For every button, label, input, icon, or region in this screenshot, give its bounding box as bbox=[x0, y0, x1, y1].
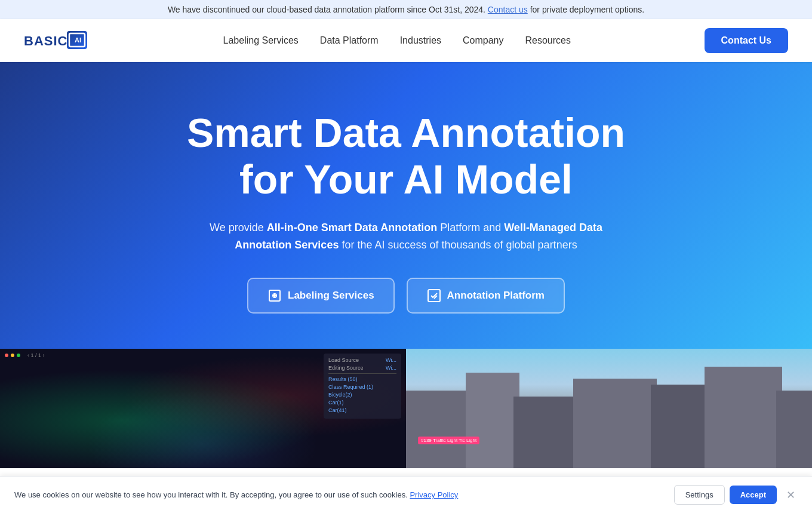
nav-item-platform[interactable]: Data Platform bbox=[320, 35, 379, 46]
toolbar-top: ‹ 1 / 1 › bbox=[5, 352, 45, 358]
dot-red bbox=[5, 354, 8, 357]
announcement-text: We have discontinued our cloud-based dat… bbox=[168, 5, 485, 14]
traffic-label: #139 Traffic Light Tic Light bbox=[418, 437, 479, 444]
logo-svg: BASIC AI bbox=[24, 30, 90, 51]
nav-item-company[interactable]: Company bbox=[463, 35, 503, 46]
dot-yellow bbox=[11, 354, 14, 357]
building-4 bbox=[573, 379, 657, 468]
navigation: BASIC AI Labeling Services Data Platform… bbox=[0, 19, 812, 62]
annotation-ui-preview: ‹ 1 / 1 › Load Source Wi... Editing Sour… bbox=[0, 349, 406, 468]
labeling-icon bbox=[267, 288, 282, 303]
announcement-bar: We have discontinued our cloud-based dat… bbox=[0, 0, 812, 19]
hero-section: Smart Data Annotation for Your AI Model … bbox=[0, 62, 812, 349]
panel-row-editing: Editing Source Wi... bbox=[328, 365, 396, 371]
nav-item-resources[interactable]: Resources bbox=[525, 35, 571, 46]
svg-text:BASIC: BASIC bbox=[24, 33, 67, 48]
building-5 bbox=[651, 385, 710, 468]
panel-row-car1: Car(1) bbox=[328, 400, 396, 406]
panel-row-load: Load Source Wi... bbox=[328, 357, 396, 363]
image-strip: ‹ 1 / 1 › Load Source Wi... Editing Sour… bbox=[0, 349, 812, 468]
annotation-ui-bg: ‹ 1 / 1 › Load Source Wi... Editing Sour… bbox=[0, 349, 406, 468]
panel-row-class: Class Required (1) bbox=[328, 384, 396, 390]
city-bg: #139 Traffic Light Tic Light bbox=[406, 349, 812, 468]
annotation-panel: Load Source Wi... Editing Source Wi... R… bbox=[324, 354, 401, 419]
panel-row-car2: Car(41) bbox=[328, 407, 396, 413]
labeling-services-button[interactable]: Labeling Services bbox=[247, 278, 395, 314]
panel-row-results: Results (50) bbox=[328, 376, 396, 382]
nav-links: Labeling Services Data Platform Industri… bbox=[223, 35, 571, 46]
hero-buttons: Labeling Services Annotation Platform bbox=[247, 278, 565, 314]
building-6 bbox=[705, 367, 782, 468]
panel-row-bicycle: Bicycle(2) bbox=[328, 392, 396, 398]
building-3 bbox=[513, 397, 579, 468]
annotation-icon bbox=[427, 288, 441, 303]
svg-text:AI: AI bbox=[75, 36, 81, 44]
announcement-link[interactable]: Contact us bbox=[488, 5, 528, 14]
city-preview: #139 Traffic Light Tic Light bbox=[406, 349, 812, 468]
hero-heading: Smart Data Annotation for Your AI Model bbox=[187, 109, 625, 202]
annotation-platform-button[interactable]: Annotation Platform bbox=[407, 278, 565, 314]
logo[interactable]: BASIC AI bbox=[24, 30, 90, 51]
nav-item-industries[interactable]: Industries bbox=[400, 35, 441, 46]
building-2 bbox=[466, 373, 519, 468]
announcement-suffix: for private deployment options. bbox=[530, 5, 644, 14]
nav-item-labeling[interactable]: Labeling Services bbox=[223, 35, 299, 46]
nav-contact-button[interactable]: Contact Us bbox=[705, 28, 788, 53]
hero-description: We provide All-in-One Smart Data Annotat… bbox=[203, 219, 609, 254]
page-indicator: ‹ 1 / 1 › bbox=[27, 352, 45, 358]
building-7 bbox=[776, 391, 812, 468]
dot-green bbox=[17, 354, 20, 357]
